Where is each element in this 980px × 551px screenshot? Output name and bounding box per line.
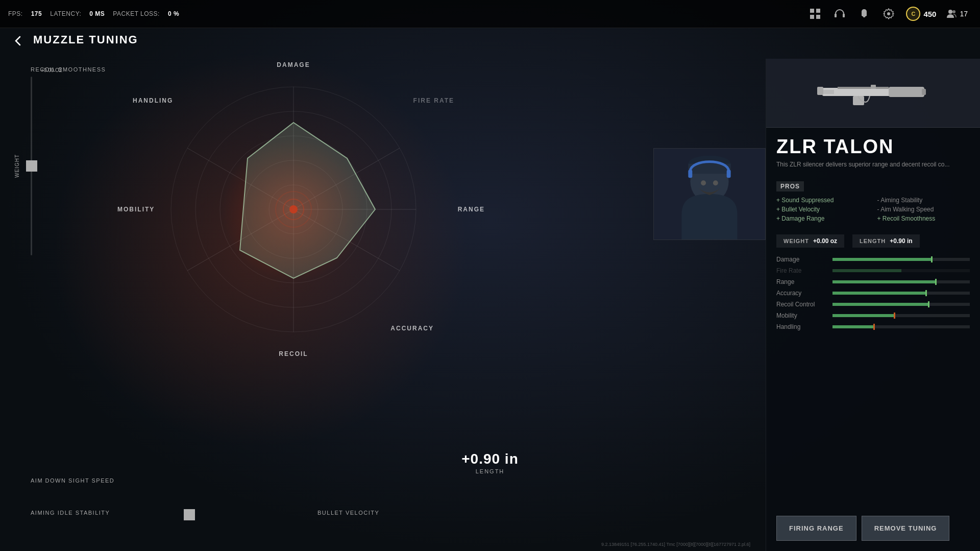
- stat-fill-handling: [832, 325, 874, 328]
- svg-rect-4: [835, 14, 837, 17]
- svg-point-8: [887, 12, 890, 15]
- pro-4: + Recoil Smoothness: [877, 215, 970, 222]
- weight-tuning: WEIGHT +0.00 oz: [776, 234, 844, 248]
- stream-person: [654, 149, 765, 239]
- pros-section: PROS + Sound Suppressed - Aiming Stabili…: [766, 175, 980, 228]
- person-stream-visual: [654, 148, 765, 240]
- stat-marker-accuracy: [925, 290, 927, 296]
- topbar: FPS: 175 LATENCY: 0 MS PACKET LOSS: 0 %: [0, 0, 980, 28]
- pro-1: + Sound Suppressed: [776, 197, 869, 204]
- pro-2: + Bullet Velocity: [776, 206, 869, 213]
- svg-rect-5: [843, 14, 845, 17]
- stat-name-fire-rate: Fire Rate: [776, 267, 832, 274]
- svg-rect-33: [727, 170, 731, 178]
- stat-name-recoil: Recoil Control: [776, 301, 832, 308]
- weapon-name: ZLR TALON: [766, 128, 980, 160]
- stat-fill-damage: [832, 258, 932, 261]
- tuning-values: WEIGHT +0.00 oz LENGTH +0.90 in: [766, 228, 980, 254]
- stat-marker-handling: [873, 324, 875, 330]
- stat-bar-damage: [832, 258, 970, 261]
- svg-rect-38: [922, 89, 926, 95]
- topbar-stats: FPS: 175 LATENCY: 0 MS PACKET LOSS: 0 %: [0, 10, 179, 17]
- radar-chart: DAMAGE FIRE RATE RANGE ACCURACY RECOIL M…: [102, 56, 485, 363]
- svg-rect-0: [810, 9, 814, 13]
- center-value-label: LENGTH: [461, 468, 519, 474]
- weight-axis-label: WEIGHT: [14, 154, 20, 178]
- stat-fill-accuracy: [832, 292, 926, 295]
- svg-point-9: [948, 10, 952, 14]
- stat-marker-damage: [931, 256, 933, 262]
- bell-icon[interactable]: [857, 7, 871, 21]
- stream-overlay: [653, 148, 766, 240]
- latency-label: LATENCY:: [50, 10, 81, 17]
- players-value: 17: [960, 10, 968, 18]
- stat-name-accuracy: Accuracy: [776, 290, 832, 297]
- svg-rect-37: [889, 87, 924, 97]
- bottom-sliders: AIM DOWN SIGHT SPEED AIMING IDLE STABILI…: [31, 477, 379, 520]
- gear-icon[interactable]: [881, 7, 896, 21]
- latency-value: 0 MS: [89, 10, 105, 17]
- length-tuning-label: LENGTH: [860, 238, 886, 244]
- stat-name-range: Range: [776, 278, 832, 285]
- coin-display: C 450: [906, 7, 936, 21]
- topbar-right: C 450 17: [808, 7, 980, 21]
- svg-rect-3: [816, 15, 820, 19]
- pros-cons-grid: + Sound Suppressed - Aiming Stability + …: [776, 197, 970, 222]
- svg-point-34: [701, 180, 706, 185]
- stat-row-range: Range: [776, 278, 970, 285]
- weight-slider-panel: RECOIL SMOOTHNESS WEIGHT +0.00 OZ: [31, 66, 106, 255]
- svg-marker-24: [240, 123, 375, 278]
- weight-slider-container: WEIGHT +0.00 OZ: [31, 77, 32, 255]
- svg-point-35: [713, 180, 718, 185]
- stat-bar-range: [832, 280, 970, 283]
- fps-label: FPS:: [8, 10, 23, 17]
- fps-value: 175: [31, 10, 42, 17]
- weight-slider-track[interactable]: [31, 77, 32, 255]
- svg-point-25: [289, 205, 298, 213]
- weight-tuning-label: WEIGHT: [783, 238, 809, 244]
- firing-range-button[interactable]: FIRING RANGE: [776, 516, 856, 541]
- svg-point-10: [952, 10, 955, 13]
- stat-fill-mobility: [832, 314, 894, 317]
- right-panel: ZLR TALON This ZLR silencer delivers sup…: [766, 59, 980, 551]
- back-button[interactable]: [8, 31, 29, 51]
- stat-row-recoil: Recoil Control: [776, 301, 970, 308]
- center-value-number: +0.90 in: [461, 451, 519, 467]
- weight-value: +0.00 OZ: [41, 67, 62, 73]
- packet-loss-label: PACKET LOSS:: [113, 10, 160, 17]
- svg-rect-2: [810, 15, 814, 19]
- aiming-idle-label: AIMING IDLE STABILITY: [31, 510, 174, 516]
- stat-bar-recoil: [832, 303, 970, 306]
- stat-bar-fire-rate: [832, 269, 970, 272]
- stat-marker-recoil: [928, 301, 929, 307]
- length-tuning: LENGTH +0.90 in: [852, 234, 920, 248]
- radar-svg: [102, 56, 485, 363]
- bullet-velocity-label: BULLET VELOCITY: [317, 510, 379, 516]
- svg-rect-43: [871, 85, 876, 89]
- aim-down-sight-label: AIM DOWN SIGHT SPEED: [31, 477, 379, 484]
- stat-bar-handling: [832, 325, 970, 328]
- svg-rect-1: [816, 9, 820, 13]
- con-1: - Aiming Stability: [877, 197, 970, 204]
- aiming-idle-slider-handle[interactable]: [184, 509, 195, 520]
- con-2: - Aim Walking Speed: [877, 206, 970, 213]
- stat-name-handling: Handling: [776, 323, 832, 330]
- watermark: 9.2.13849151 [76.255.1740.41] Tmc [7000]…: [601, 542, 750, 547]
- stat-name-mobility: Mobility: [776, 312, 832, 319]
- length-tuning-value: +0.90 in: [890, 237, 912, 245]
- stats-section: Damage Fire Rate Range Accur: [766, 254, 980, 337]
- remove-tuning-button[interactable]: REMOVE TUNING: [862, 516, 950, 541]
- svg-rect-32: [688, 170, 692, 178]
- stat-row-fire-rate: Fire Rate: [776, 267, 970, 274]
- stat-marker-range: [935, 279, 937, 285]
- headset-icon[interactable]: [832, 7, 847, 21]
- pro-3: + Damage Range: [776, 215, 869, 222]
- center-value-display: +0.90 in LENGTH: [461, 451, 519, 474]
- weight-slider-handle[interactable]: [26, 160, 37, 172]
- pros-label: PROS: [776, 181, 804, 191]
- stat-fill-range: [832, 280, 936, 283]
- stat-marker-mobility: [894, 313, 895, 319]
- grid-icon[interactable]: [808, 7, 822, 21]
- stat-row-damage: Damage: [776, 256, 970, 263]
- stat-name-damage: Damage: [776, 256, 832, 263]
